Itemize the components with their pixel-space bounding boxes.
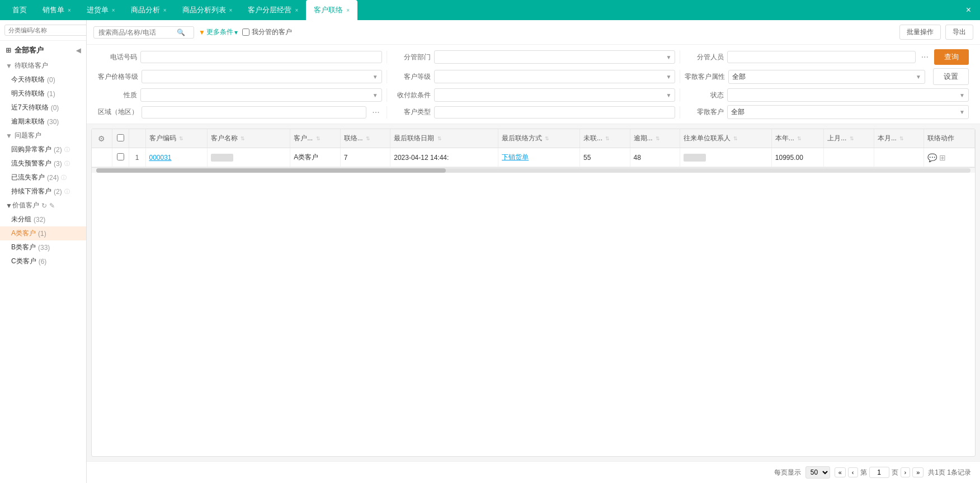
col-this-month-sort[interactable]: ⇅: [899, 136, 904, 141]
horizontal-scrollbar[interactable]: [92, 167, 975, 173]
sidebar-item-tomorrow[interactable]: 明天待联络 (1): [0, 87, 86, 101]
sidebar-all-customers-header[interactable]: ⊞ 全部客户 ◀: [0, 41, 86, 59]
col-this-year-sort[interactable]: ⇅: [797, 136, 802, 141]
col-this-month[interactable]: 本月... ⇅: [874, 129, 924, 148]
grid-action-icon[interactable]: ⊞: [939, 153, 946, 162]
select-all-checkbox[interactable]: [117, 134, 124, 141]
sidebar-item-today[interactable]: 今天待联络 (0): [0, 73, 86, 87]
first-page-button[interactable]: «: [835, 467, 846, 477]
col-no-contact-sort[interactable]: ⇅: [605, 136, 610, 141]
sidebar-item-7days[interactable]: 近7天待联络 (0): [0, 101, 86, 115]
nav-home[interactable]: 首页: [4, 0, 35, 20]
sidebar-item-declining[interactable]: 持续下滑客户 (2) ⓘ: [0, 184, 86, 198]
sidebar-item-repeat-abnormal[interactable]: 回购异常客户 (2) ⓘ: [0, 143, 86, 157]
filter-status-select[interactable]: ▼: [727, 88, 969, 102]
col-last-method-sort[interactable]: ⇅: [545, 136, 549, 141]
nav-analysis-list-close[interactable]: ×: [229, 7, 233, 13]
col-unit-contact[interactable]: 往来单位联系人 ⇅: [680, 129, 772, 148]
col-last-method[interactable]: 最后联络方式 ⇅: [498, 129, 580, 148]
filter-search-input[interactable]: [98, 29, 177, 36]
col-name[interactable]: 客户名称 ⇅: [207, 129, 290, 148]
row-code[interactable]: 000031: [149, 154, 172, 162]
sidebar-item-repeat-count: (2): [54, 146, 62, 154]
col-code[interactable]: 客户编码 ⇅: [145, 129, 207, 148]
sidebar-item-type-b[interactable]: B类客户 (33): [0, 240, 86, 254]
prev-page-button[interactable]: ‹: [848, 467, 858, 477]
nav-analysis-list[interactable]: 商品分析列表 ×: [175, 0, 241, 20]
col-type-sort[interactable]: ⇅: [316, 136, 321, 141]
filter-search-icon[interactable]: 🔍: [177, 29, 185, 36]
chat-icon[interactable]: 💬: [927, 153, 937, 162]
filter-region-input[interactable]: [142, 106, 366, 119]
filter-more-btn[interactable]: ▼ 更多条件 ▾: [199, 27, 238, 37]
nav-customer-segment-close[interactable]: ×: [295, 7, 298, 13]
col-unit-contact-sort[interactable]: ⇅: [733, 136, 738, 141]
row-code-cell[interactable]: 000031: [145, 148, 207, 167]
col-this-year[interactable]: 本年... ⇅: [771, 129, 824, 148]
filter-cust-type-input[interactable]: [434, 106, 676, 119]
nav-purchase[interactable]: 进货单 ×: [79, 0, 123, 20]
filter-nature-select[interactable]: ▼: [140, 88, 382, 102]
sidebar-item-type-c[interactable]: C类客户 (6): [0, 254, 86, 268]
sidebar-item-lost[interactable]: 已流失客户 (24) ⓘ: [0, 171, 86, 184]
nav-sales[interactable]: 销售单 ×: [35, 0, 79, 20]
sidebar-collapse-icon[interactable]: ◀: [76, 47, 81, 54]
filter-region-more[interactable]: ···: [370, 107, 381, 117]
filter-payment-select[interactable]: ▼: [434, 88, 676, 102]
col-last-month-sort[interactable]: ⇅: [850, 136, 854, 141]
filter-scatter-attr-select[interactable]: 全部 ▼: [728, 70, 925, 84]
sidebar-item-loss-warning[interactable]: 流失预警客户 (3) ⓘ: [0, 157, 86, 171]
filter-phone-input[interactable]: [140, 51, 382, 63]
batch-ops-button[interactable]: 批量操作: [899, 25, 941, 40]
gear-icon[interactable]: ⚙: [98, 134, 105, 143]
nav-sales-close[interactable]: ×: [68, 7, 71, 13]
edit-icon[interactable]: ✎: [49, 202, 55, 210]
col-contact[interactable]: 联络... ⇅: [340, 129, 390, 148]
col-type[interactable]: 客户... ⇅: [290, 129, 341, 148]
col-contact-sort[interactable]: ⇅: [366, 136, 370, 141]
nav-customer-contact[interactable]: 客户联络 ×: [306, 0, 357, 20]
filter-retail-cust-select[interactable]: 全部 ▼: [727, 105, 969, 119]
nav-analysis[interactable]: 商品分析 ×: [123, 0, 175, 20]
col-name-sort[interactable]: ⇅: [241, 136, 245, 141]
close-all-tabs[interactable]: ×: [962, 5, 976, 15]
col-no-contact[interactable]: 未联... ⇅: [580, 129, 630, 148]
settings-button[interactable]: 设置: [933, 68, 969, 85]
my-customers-checkbox[interactable]: [242, 29, 249, 36]
filter-person-more[interactable]: ···: [919, 52, 931, 62]
col-last-date[interactable]: 最后联络日期 ⇅: [390, 129, 498, 148]
sidebar-item-ungrouped[interactable]: 未分组 (32): [0, 212, 86, 226]
filter-person-input[interactable]: [727, 51, 915, 63]
nav-customer-segment[interactable]: 客户分层经营 ×: [240, 0, 306, 20]
filter-price-grade-select[interactable]: ▼: [142, 70, 382, 83]
col-code-sort[interactable]: ⇅: [179, 136, 183, 141]
query-button[interactable]: 查询: [934, 49, 969, 65]
last-page-button[interactable]: »: [912, 467, 924, 477]
sidebar-item-overdue[interactable]: 逾期未联络 (30): [0, 115, 86, 129]
sidebar-problem-title[interactable]: ▼ 问题客户: [0, 129, 86, 143]
col-last-date-sort[interactable]: ⇅: [437, 136, 442, 141]
page-size-select[interactable]: 50: [805, 466, 830, 479]
export-button[interactable]: 导出: [945, 25, 973, 40]
scrollbar-thumb[interactable]: [96, 168, 446, 173]
sidebar-pending-title[interactable]: ▼ 待联络客户: [0, 59, 86, 73]
row-last-method-cell[interactable]: 下销货单: [498, 148, 580, 167]
filter-cust-grade-select[interactable]: ▼: [434, 70, 676, 83]
filter-retail-cust-value: 全部: [731, 107, 745, 117]
row-no-contact-cell: 55: [580, 148, 630, 167]
next-page-button[interactable]: ›: [901, 467, 911, 477]
nav-analysis-close[interactable]: ×: [163, 7, 167, 13]
col-settings[interactable]: ⚙: [92, 129, 112, 148]
filter-dept-select[interactable]: ▼: [434, 50, 676, 64]
sidebar-item-type-a[interactable]: A类客户 (1): [0, 226, 86, 240]
col-overdue-sort[interactable]: ⇅: [656, 136, 660, 141]
sidebar-search-input[interactable]: [4, 25, 87, 36]
nav-customer-contact-close[interactable]: ×: [346, 7, 350, 13]
page-number-input[interactable]: [869, 467, 889, 478]
col-last-month[interactable]: 上月... ⇅: [824, 129, 874, 148]
row-last-method[interactable]: 下销货单: [502, 153, 529, 161]
col-overdue[interactable]: 逾期... ⇅: [630, 129, 680, 148]
refresh-icon[interactable]: ↻: [41, 202, 47, 210]
row-checkbox[interactable]: [117, 153, 124, 160]
nav-purchase-close[interactable]: ×: [112, 7, 115, 13]
